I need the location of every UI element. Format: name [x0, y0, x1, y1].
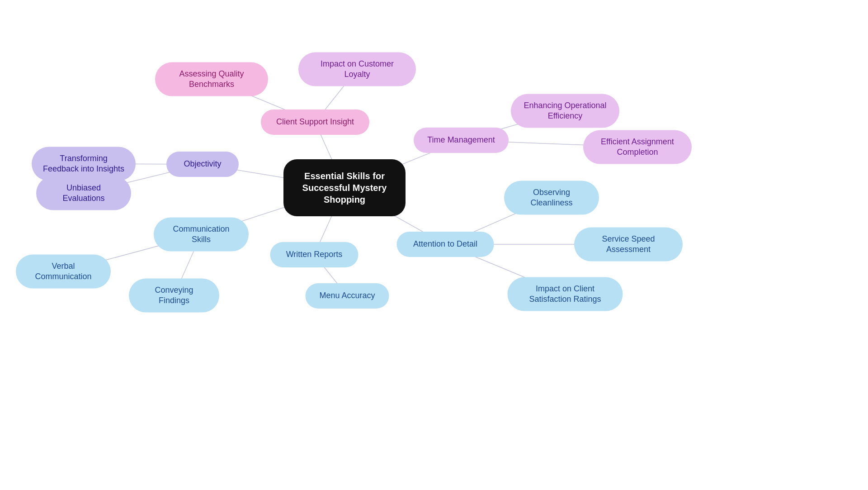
center-node: Essential Skills for Successful Mystery … [283, 159, 406, 216]
node-conveying-findings: Conveying Findings [129, 279, 219, 313]
node-client-support: Client Support Insight [261, 109, 369, 135]
node-written-reports: Written Reports [270, 242, 359, 267]
node-attention-to-detail: Attention to Detail [397, 232, 494, 257]
node-enhancing-operational: Enhancing Operational Efficiency [511, 94, 619, 128]
node-verbal-communication: Verbal Communication [16, 255, 111, 289]
node-unbiased-evaluations: Unbiased Evaluations [36, 176, 131, 210]
node-assessing-quality: Assessing Quality Benchmarks [155, 62, 268, 96]
node-impact-customer-loyalty: Impact on Customer Loyalty [298, 52, 416, 86]
node-communication-skills: Communication Skills [154, 218, 249, 252]
node-transforming-feedback: Transforming Feedback into Insights [32, 147, 136, 181]
node-client-satisfaction: Impact on Client Satisfaction Ratings [508, 277, 623, 311]
node-menu-accuracy: Menu Accuracy [306, 283, 389, 309]
node-time-management: Time Management [414, 128, 509, 153]
node-observing-cleanliness: Observing Cleanliness [504, 181, 599, 215]
node-efficient-assignment: Efficient Assignment Completion [583, 130, 692, 164]
node-service-speed: Service Speed Assessment [574, 228, 683, 262]
node-objectivity: Objectivity [166, 152, 239, 177]
